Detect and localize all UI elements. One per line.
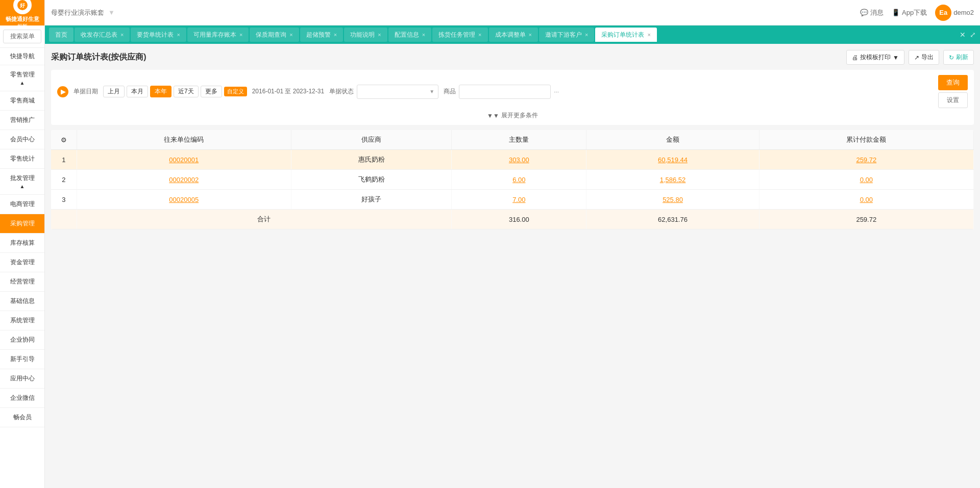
row-paid-0[interactable]: 259.72 [759,150,973,170]
tab-home[interactable]: 首页 [49,28,74,42]
expand-more-section: ▼▼ 展开更多条件 [57,111,968,120]
goods-input[interactable] [459,85,551,99]
user-profile[interactable]: Ea demo2 [935,5,974,21]
row-paid-2[interactable]: 0.00 [759,190,973,210]
tab-function-desc[interactable]: 功能说明× [344,28,387,42]
tab-close-purchase-stats[interactable]: × [647,32,650,38]
sidebar-item-retail-stats[interactable]: 零售统计 [0,149,44,169]
date-this-year-btn[interactable]: 本年 [150,86,172,97]
sidebar-item-retail-mall[interactable]: 零售商城 [0,91,44,111]
row-paid-1[interactable]: 0.00 [759,170,973,190]
filter-toggle-button[interactable]: ▶ [57,86,68,97]
date-custom-btn[interactable]: 自定义 [224,87,247,96]
row-amount-0[interactable]: 60,519.44 [586,150,759,170]
settings-button[interactable]: 设置 [938,92,968,108]
export-button[interactable]: ↗ 导出 [909,50,939,65]
row-supplier-1: 飞鹤奶粉 [291,170,451,190]
tab-cost-adjust[interactable]: 成本调整单× [489,28,538,42]
row-code-0[interactable]: 00020001 [77,150,291,170]
row-qty-0[interactable]: 303.00 [452,150,586,170]
sidebar-item-purchase[interactable]: 采购管理 [0,214,44,234]
tab-expiry-query[interactable]: 保质期查询× [250,28,299,42]
settings-icon[interactable]: ⚙ [61,136,67,144]
tab-close-cost-adjust[interactable]: × [529,32,532,38]
tab-fullscreen-button[interactable]: ⤢ [970,31,976,39]
tab-close-goods-stats[interactable]: × [177,32,180,38]
summary-qty: 316.00 [452,210,586,229]
sidebar-item-marketing[interactable]: 营销推广 [0,111,44,130]
tab-close-config-info[interactable]: × [422,32,425,38]
tab-close-pick-task[interactable]: × [478,32,481,38]
sidebar-item-enterprise-wechat[interactable]: 企业微信 [0,389,44,408]
sidebar-item-vip[interactable]: 畅会员 [0,408,44,427]
tab-close-all-button[interactable]: ✕ [960,31,966,39]
sidebar-item-business[interactable]: 经营管理 [0,272,44,292]
status-filter: 单据状态 ▼ [329,85,438,99]
breadcrumb: 母婴行业演示账套 [51,8,104,17]
goods-more-icon[interactable]: ··· [554,88,559,95]
refresh-button[interactable]: ↻ 刷新 [943,50,974,65]
query-actions: 查询 设置 [938,75,968,108]
sidebar-item-ecommerce[interactable]: 电商管理 [0,195,44,214]
tab-available-stock[interactable]: 可用量库存账本× [187,28,249,42]
row-qty-2[interactable]: 7.00 [452,190,586,210]
message-button[interactable]: 💬 消息 [860,8,884,17]
sidebar-item-label-enterprise: 企业协同 [10,336,35,344]
row-qty-1[interactable]: 6.00 [452,170,586,190]
tabbar: 首页收发存汇总表×要货单统计表×可用量库存账本×保质期查询×超储预警×功能说明×… [45,25,980,44]
breadcrumb-arrow-icon: ▼ [108,9,115,16]
sidebar-item-finance[interactable]: 资金管理 [0,253,44,272]
goods-label: 商品 [444,87,456,96]
message-icon: 💬 [860,9,868,16]
sidebar-item-enterprise[interactable]: 企业协同 [0,330,44,350]
tab-close-function-desc[interactable]: × [378,32,381,38]
tab-close-expiry-query[interactable]: × [289,32,292,38]
tab-close-receive-summary[interactable]: × [120,32,124,38]
row-code-1[interactable]: 00020002 [77,170,291,190]
date-more-btn[interactable]: 更多 [201,86,222,97]
row-supplier-2: 好孩子 [291,190,451,210]
sidebar-item-stock[interactable]: 库存核算 [0,234,44,253]
tab-close-invite-customer[interactable]: × [585,32,588,38]
expand-label: 展开更多条件 [501,111,538,120]
tab-over-stock-warning[interactable]: 超储预警× [300,28,343,42]
tab-config-info[interactable]: 配置信息× [388,28,431,42]
row-amount-2[interactable]: 525.80 [586,190,759,210]
search-menu-button[interactable]: 搜索菜单 [3,30,41,43]
sidebar-item-basic[interactable]: 基础信息 [0,292,44,311]
row-amount-1[interactable]: 1,586.52 [586,170,759,190]
shortcut-nav-item[interactable]: 快捷导航 [0,48,44,65]
tab-purchase-stats[interactable]: 采购订单统计表× [595,28,656,42]
tab-close-over-stock-warning[interactable]: × [334,32,337,38]
shortcut-label: 快捷导航 [10,53,35,60]
export-icon: ↗ [914,54,919,61]
tab-close-available-stock[interactable]: × [239,32,242,38]
summary-row: 合计 316.00 62,631.76 259.72 [51,210,974,229]
sidebar-item-label-ecommerce: 电商管理 [10,200,35,209]
sidebar-item-newbie[interactable]: 新手引导 [0,350,44,369]
date-prev-month-btn[interactable]: 上月 [103,86,125,97]
user-avatar: Ea [935,5,951,21]
status-select[interactable] [357,85,438,99]
query-button[interactable]: 查询 [938,75,968,90]
sidebar-item-app-center[interactable]: 应用中心 [0,369,44,389]
sidebar-item-label-member: 会员中心 [10,135,35,144]
expand-more-button[interactable]: ▼▼ 展开更多条件 [487,111,538,120]
tab-invite-customer[interactable]: 邀请下游客户× [539,28,594,42]
sidebar-item-system[interactable]: 系统管理 [0,311,44,330]
table-header-row: ⚙ 往来单位编码 供应商 主数量 金额 累计付款金额 [51,130,974,150]
sidebar-item-member[interactable]: 会员中心 [0,130,44,149]
sidebar-item-wholesale[interactable]: 批发管理▲ [0,169,44,195]
date-this-month-btn[interactable]: 本月 [127,86,148,97]
row-code-2[interactable]: 00020005 [77,190,291,210]
template-print-button[interactable]: 🖨 按模板打印 ▼ [846,50,904,65]
app-download-button[interactable]: 📱 App下载 [892,8,927,17]
tab-pick-task[interactable]: 拣货任务管理× [432,28,487,42]
date-7days-btn[interactable]: 近7天 [174,86,199,97]
tab-receive-summary[interactable]: 收发存汇总表× [75,28,130,42]
sidebar-expand-icon-wholesale: ▲ [20,184,25,189]
tab-goods-stats[interactable]: 要货单统计表× [131,28,186,42]
sidebar-item-retail[interactable]: 零售管理▲ [0,65,44,91]
filter-row-1: ▶ 单据日期 上月 本月 本年 近7天 更多 自定义 2016-01-01 至 … [57,75,968,108]
export-label: 导出 [921,53,934,62]
